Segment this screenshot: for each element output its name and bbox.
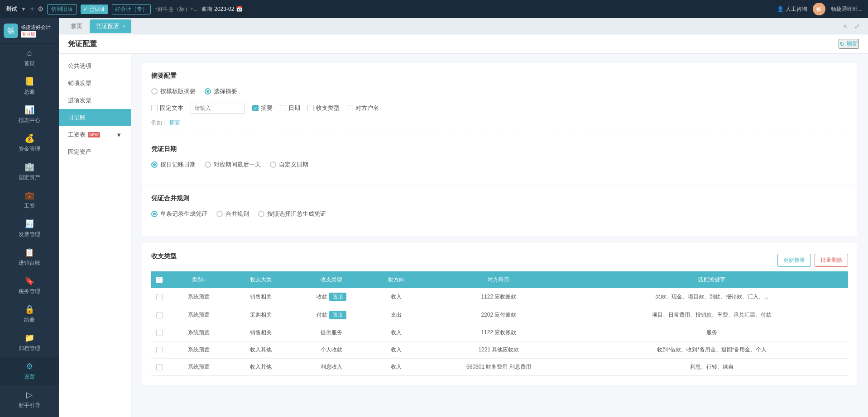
- content-area: 首页 凭证配置 × × ⤢ 凭证配置 ↻ 刷新 公共选项: [59, 18, 868, 417]
- fixed-text-input[interactable]: [191, 103, 245, 114]
- sidebar-item-payroll[interactable]: 💼 工资: [0, 186, 59, 214]
- payroll-icon: 💼: [24, 190, 34, 200]
- sidebar-item-reports[interactable]: 📊 报表中心: [0, 100, 59, 129]
- row-checkbox-0[interactable]: [151, 288, 168, 306]
- col-major-type: 收支大类: [230, 271, 292, 288]
- checkbox-fixed-text[interactable]: 固定文本: [151, 104, 183, 112]
- sidebar-item-tax[interactable]: 🔖 税务管理: [0, 271, 59, 300]
- topbar-plus-icon[interactable]: +: [30, 5, 34, 13]
- select-all-checkbox[interactable]: ☐: [156, 277, 163, 283]
- row-keywords-2: 服务: [576, 324, 848, 341]
- counterpart-checkbox: [347, 105, 353, 111]
- col-income-type: 收支类型: [292, 271, 371, 288]
- sidebar-item-close[interactable]: 🔒 结账: [0, 300, 59, 328]
- checkbox-type[interactable]: 收支类型: [307, 104, 340, 112]
- topbar-company: 测试: [5, 5, 17, 13]
- archive-icon: 📁: [24, 333, 34, 343]
- sidebar-item-settings[interactable]: ⚙ 设置: [0, 357, 59, 385]
- sidebar-item-guide[interactable]: ▷ 新手引导: [0, 385, 59, 414]
- sidebar-item-home[interactable]: ⌂ 首页: [0, 44, 59, 72]
- table-header: ☐ 类别↓ 收支大类 收支类型 收方向 对方科目 匹配关键字: [151, 271, 848, 288]
- table-row: 系统预置 销售相关 收款 置顶 收入 1122 应收账款 欠款、现金、项目款、到…: [151, 288, 848, 306]
- row-checkbox-3[interactable]: [151, 341, 168, 359]
- switch-to-old-btn[interactable]: 切到旧版: [47, 4, 77, 14]
- certified-badge: ✓ 已认证: [81, 5, 108, 14]
- refresh-btn[interactable]: ↻ 刷新: [839, 39, 859, 49]
- left-nav-payroll-table[interactable]: 工资表 NEW ▼: [59, 126, 131, 143]
- type-tag-btn-1[interactable]: 置顶: [329, 311, 346, 319]
- row-major-type-2: 销售相关: [230, 324, 292, 341]
- left-nav-fixed-assets[interactable]: 固定资产: [59, 143, 131, 161]
- left-nav-public[interactable]: 公共选项: [59, 57, 131, 75]
- radio-template-summary[interactable]: 按模板版摘要: [151, 87, 196, 95]
- sidebar-item-purchase[interactable]: 📋 进销台账: [0, 243, 59, 271]
- row-major-type-1: 采购相关: [230, 306, 292, 324]
- custom-date-circle: [270, 161, 276, 168]
- left-nav-journal[interactable]: 日记账: [59, 109, 131, 126]
- radio-summary-generate[interactable]: 按照选择汇总生成凭证: [258, 210, 326, 218]
- calendar-icon[interactable]: 📅: [236, 6, 243, 12]
- topbar-settings-icon[interactable]: ⚙: [38, 5, 43, 13]
- table-header-row: 收支类型 更新数量 批量删除: [151, 252, 848, 268]
- update-count-btn[interactable]: 更新数量: [777, 254, 811, 267]
- radio-select-summary[interactable]: 选择摘要: [205, 87, 237, 95]
- row-major-type-4: 收入其他: [230, 359, 292, 376]
- col-checkbox: ☐: [151, 271, 168, 288]
- radio-custom-date[interactable]: 自定义日期: [270, 161, 308, 169]
- logo-sub: 专业版: [21, 31, 36, 38]
- user-avatar[interactable]: 畅: [813, 3, 825, 15]
- left-nav-purchase-invoice[interactable]: 进项发票: [59, 92, 131, 109]
- expand-window-btn[interactable]: ⤢: [852, 22, 863, 31]
- certified-icon: ✓: [83, 6, 88, 12]
- radio-period-last[interactable]: 对应期间最后一天: [205, 161, 261, 169]
- reports-icon: 📊: [24, 105, 34, 115]
- checkbox-date[interactable]: 日期: [280, 104, 300, 112]
- row-account-0: 1122 应收账款: [422, 288, 576, 306]
- period-label: 账期 2023-02 📅: [201, 5, 243, 13]
- sidebar-item-funds[interactable]: 💰 资金管理: [0, 129, 59, 157]
- sidebar-item-archive[interactable]: 📁 归档管理: [0, 328, 59, 357]
- radio-merge[interactable]: 合并规则: [216, 210, 249, 218]
- close-window-btn[interactable]: ×: [841, 22, 850, 31]
- tab-close-btn[interactable]: ×: [122, 24, 125, 29]
- type-tag-btn-0[interactable]: 置顶: [329, 293, 346, 301]
- row-category-0: 系统预置: [168, 288, 230, 306]
- row-checkbox-4[interactable]: [151, 359, 168, 376]
- radio-journal-date[interactable]: 按日记账日期: [151, 161, 196, 169]
- date-section: 凭证日期 按日记账日期 对应期间最后一天 自定义日期: [142, 136, 857, 185]
- row-direction-2: 收入: [371, 324, 422, 341]
- sidebar-item-invoice[interactable]: 🧾 发票管理: [0, 214, 59, 243]
- col-category: 类别↓: [168, 271, 230, 288]
- topbar-dropdown-icon[interactable]: ▼: [21, 6, 26, 12]
- col-keywords: 匹配关键字: [576, 271, 848, 288]
- left-nav: 公共选项 销项发票 进项发票 日记账 工资表 NEW ▼: [59, 54, 131, 417]
- sidebar-item-member[interactable]: V 畅会员: [0, 414, 59, 417]
- help-icon: 👤: [777, 6, 784, 12]
- row-income-type-3: 个人收款: [292, 341, 371, 359]
- row-category-1: 系统预置: [168, 306, 230, 324]
- good-accounting-badge: 好会计（专）: [112, 4, 151, 14]
- topbar-right: 👤 人工咨询 畅 畅捷通旺旺...: [777, 3, 863, 15]
- row-category-4: 系统预置: [168, 359, 230, 376]
- tab-home[interactable]: 首页: [64, 19, 89, 33]
- batch-delete-btn[interactable]: 批量删除: [815, 254, 848, 267]
- tab-actions: × ⤢: [841, 22, 863, 31]
- sidebar-item-assets[interactable]: 🏢 固定资产: [0, 157, 59, 186]
- row-checkbox-2[interactable]: [151, 324, 168, 341]
- checkbox-summary[interactable]: ✓ 摘要: [252, 104, 273, 112]
- summary-title: 摘要配置: [151, 72, 848, 80]
- tax-icon: 🔖: [24, 276, 34, 286]
- table-row: 系统预置 收入其他 个人收款 收入 1221 其他应收款 收到*借款、收到*备用…: [151, 341, 848, 359]
- table-row: 系统预置 采购相关 付款 置顶 支出 2202 应付账款 项目、日常费用、报销款…: [151, 306, 848, 324]
- refresh-icon: ↻: [839, 41, 844, 47]
- row-checkbox-1[interactable]: [151, 306, 168, 324]
- tab-voucher-config[interactable]: 凭证配置 ×: [90, 19, 131, 33]
- left-nav-sales-invoice[interactable]: 销项发票: [59, 75, 131, 92]
- radio-single[interactable]: 单条记录生成凭证: [151, 210, 207, 218]
- sidebar-item-ledger[interactable]: 📒 总账: [0, 72, 59, 100]
- income-expense-table: ☐ 类别↓ 收支大类 收支类型 收方向 对方科目 匹配关键字: [151, 271, 848, 376]
- col-account: 对方科目: [422, 271, 576, 288]
- home-icon: ⌂: [27, 48, 32, 58]
- checkbox-counterpart[interactable]: 对方户名: [347, 104, 379, 112]
- help-btn[interactable]: 👤 人工咨询: [777, 5, 807, 13]
